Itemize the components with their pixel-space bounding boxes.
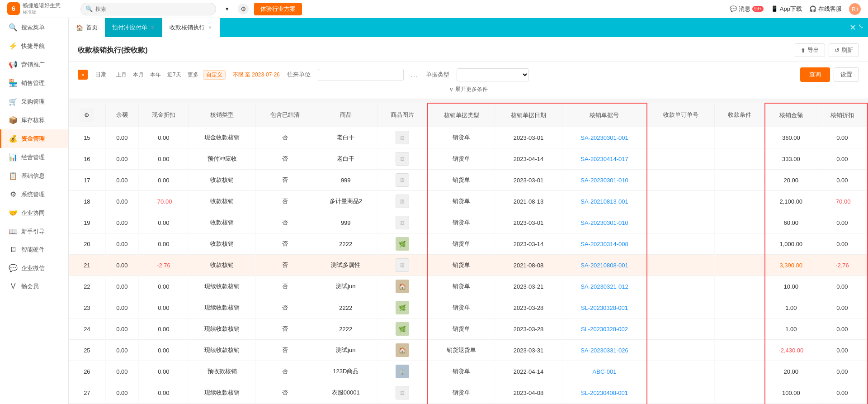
app-download-button[interactable]: 📱 App下载 <box>771 5 802 13</box>
product-image: 🌿 <box>396 301 409 314</box>
basic-info-icon: 📋 <box>9 171 18 180</box>
row-writeoff-discount: 0.00 <box>817 233 868 255</box>
sidebar-item-system[interactable]: ⚙ 系统管理 <box>0 185 68 204</box>
row-goods-image: 🏢 <box>377 361 428 382</box>
export-button[interactable]: ⬆ 导出 <box>795 43 825 57</box>
row-balance: 0.00 <box>105 255 138 276</box>
sidebar-item-purchase[interactable]: 🛒 采购管理 <box>0 92 68 111</box>
col-settings-header[interactable]: ⚙ <box>69 103 105 127</box>
tab-prepaid[interactable]: 预付冲应付单 × <box>105 18 162 37</box>
row-included-settled: 否 <box>255 191 314 212</box>
sidebar-item-guide[interactable]: 📖 新手引导 <box>0 222 68 241</box>
sidebar-item-operations[interactable]: 📊 经营管理 <box>0 148 68 166</box>
date-curr-year-button[interactable]: 本年 <box>148 70 163 80</box>
row-writeoff-doc-type: 销货单 <box>428 297 495 318</box>
message-label: 消息 <box>739 5 750 13</box>
industry-solution-button[interactable]: 体验行业方案 <box>254 3 302 15</box>
writeoff-doc-no-link[interactable]: ABC-001 <box>593 368 617 375</box>
row-cash-discount: -70.00 <box>139 191 189 212</box>
date-prev-month-button[interactable]: 上月 <box>114 70 128 80</box>
writeoff-doc-no-link[interactable]: SA-20230414-017 <box>580 156 628 162</box>
sidebar-item-label: 系统管理 <box>21 190 45 199</box>
top-bar: 6 畅捷通谱好生意 标准版 🔍 ▾ ⚙ 体验行业方案 💬 消息 99+ 📱 Ap… <box>0 0 868 18</box>
tab-writeoff-close[interactable]: × <box>208 24 212 32</box>
writeoff-doc-no-link[interactable]: SL-20230408-001 <box>581 390 628 396</box>
online-service-button[interactable]: 🎧 在线客服 <box>809 5 842 13</box>
writeoff-doc-no-link[interactable]: SA-20210813-001 <box>580 198 628 205</box>
row-collection-order-no <box>647 148 714 170</box>
search-bar[interactable]: 🔍 <box>80 3 216 15</box>
sidebar-item-collab[interactable]: 🤝 企业协同 <box>0 204 68 222</box>
row-id: 25 <box>69 340 105 361</box>
logo-area: 6 畅捷通谱好生意 标准版 <box>7 2 75 15</box>
tab-home[interactable]: 🏠 首页 <box>69 18 105 37</box>
sidebar-item-basic-info[interactable]: 📋 基础信息 <box>0 166 68 185</box>
row-goods: 2222 <box>314 297 377 318</box>
date-more-button[interactable]: 更多 <box>186 70 200 80</box>
writeoff-doc-no-link[interactable]: SL-20230328-002 <box>581 326 628 333</box>
writeoff-doc-no-link[interactable]: SA-20230321-012 <box>580 283 628 290</box>
data-table: ⚙ 余额 现金折扣 核销类型 包含已结清 商品 商品图片 核销单据类型 核销单据… <box>69 103 868 404</box>
tab-prepaid-close[interactable]: × <box>150 24 155 32</box>
sidebar-item-sales[interactable]: 🏪 销售管理 <box>0 74 68 92</box>
row-writeoff-amount: 20.00 <box>765 170 817 191</box>
row-writeoff-doc-no: SL-20230328-002 <box>562 318 647 340</box>
date-curr-month-button[interactable]: 本月 <box>131 70 146 80</box>
chevron-down-icon[interactable]: ▾ <box>222 4 232 14</box>
expand-window-button[interactable]: ⤡ <box>858 23 863 33</box>
gear-button[interactable]: ⚙ <box>238 4 249 14</box>
row-cash-discount: 0.00 <box>139 340 189 361</box>
date-custom-button[interactable]: 自定义 <box>203 70 226 80</box>
search-input[interactable] <box>95 6 211 12</box>
sidebar-item-wechat[interactable]: 💬 企业微信 <box>0 259 68 277</box>
row-collection-order-no <box>647 340 714 361</box>
writeoff-doc-no-link[interactable]: SA-20210808-001 <box>580 262 628 269</box>
close-window-button[interactable]: ✕ <box>849 23 856 33</box>
row-writeoff-type: 预付冲应收 <box>189 148 255 170</box>
sidebar-item-finance[interactable]: 💰 资金管理 <box>0 129 68 148</box>
sidebar-item-member[interactable]: V 畅会员 <box>0 277 68 295</box>
date-7days-button[interactable]: 近7天 <box>165 70 183 80</box>
member-icon: V <box>9 282 18 290</box>
setting-button[interactable]: 设置 <box>834 67 859 82</box>
refresh-button[interactable]: ↺ 刷新 <box>829 43 859 57</box>
writeoff-doc-no-link[interactable]: SL-20230328-001 <box>581 304 628 311</box>
row-writeoff-doc-date: 2023-03-01 <box>495 170 562 191</box>
row-goods-image: 🌿 <box>377 297 428 318</box>
sidebar-item-label: 基础信息 <box>21 172 45 180</box>
tab-writeoff[interactable]: 收款核销执行 × <box>162 18 220 37</box>
row-collection-terms <box>714 191 764 212</box>
row-cash-discount: 0.00 <box>139 276 189 297</box>
sidebar-item-hardware[interactable]: 🖥 智能硬件 <box>0 241 68 259</box>
message-button[interactable]: 💬 消息 99+ <box>730 5 764 13</box>
sidebar-item-marketing[interactable]: 📢 营销推广 <box>0 55 68 74</box>
row-collection-terms <box>714 148 764 170</box>
row-writeoff-discount: 0.00 <box>817 148 868 170</box>
headset-icon: 🎧 <box>809 5 816 12</box>
row-writeoff-doc-date: 2023-04-14 <box>495 148 562 170</box>
doc-type-select[interactable] <box>457 68 529 81</box>
row-goods: 老白干 <box>314 148 377 170</box>
writeoff-doc-no-link[interactable]: SA-20230331-026 <box>580 347 628 354</box>
expand-more-button[interactable]: ∨ 展开更多条件 <box>449 86 488 93</box>
date-quick-buttons: 上月 本月 本年 近7天 更多 自定义 <box>114 70 226 80</box>
row-balance: 0.00 <box>105 233 138 255</box>
row-writeoff-doc-no: SA-20230301-001 <box>562 127 647 148</box>
system-icon: ⚙ <box>9 190 18 199</box>
sidebar-item-quicknav[interactable]: ⚡ 快捷导航 <box>0 37 68 55</box>
filter-expand-button[interactable]: » <box>78 70 88 80</box>
row-writeoff-amount: 1.00 <box>765 297 817 318</box>
writeoff-doc-no-link[interactable]: SA-20230301-010 <box>580 219 628 226</box>
from-unit-input[interactable] <box>318 69 404 81</box>
sidebar-item-search[interactable]: 🔍 搜索菜单 <box>0 18 68 37</box>
row-writeoff-doc-type: 销货单 <box>428 191 495 212</box>
settings-column-icon[interactable]: ⚙ <box>80 108 94 122</box>
user-area[interactable]: Rit <box>849 3 861 15</box>
writeoff-doc-no-link[interactable]: SA-20230301-001 <box>580 134 628 141</box>
home-icon: 🏠 <box>76 24 83 31</box>
query-button[interactable]: 查询 <box>800 67 830 82</box>
writeoff-doc-no-link[interactable]: SA-20230301-010 <box>580 177 628 184</box>
sidebar-item-inventory[interactable]: 📦 库存核算 <box>0 111 68 129</box>
avatar: Rit <box>849 3 861 15</box>
writeoff-doc-no-link[interactable]: SA-20230314-008 <box>580 241 628 247</box>
